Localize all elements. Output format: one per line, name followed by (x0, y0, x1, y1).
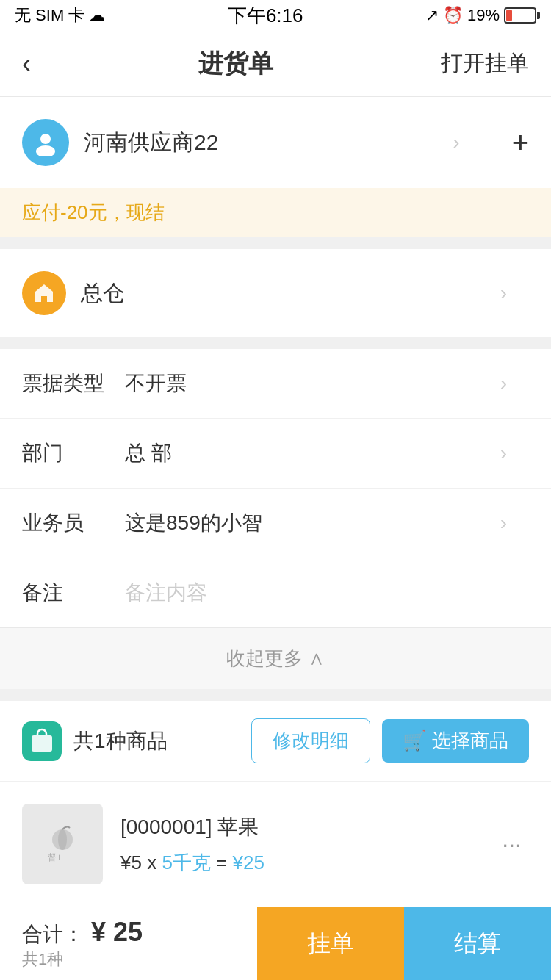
svg-text:督+: 督+ (48, 852, 62, 862)
product-price: ¥5 x 5千克 = ¥25 (120, 850, 494, 876)
department-row[interactable]: 部门 总 部 › (0, 418, 551, 488)
supplier-name: 河南供应商22 (84, 128, 453, 158)
svg-point-1 (36, 145, 55, 156)
price-per-unit: ¥5 (120, 851, 142, 873)
chevron-right-icon: › (500, 511, 507, 535)
warehouse-row[interactable]: 总仓 › (0, 249, 551, 337)
divider (497, 124, 497, 161)
open-hang-button[interactable]: 打开挂单 (441, 48, 529, 79)
total-main: 合计： ¥ 25 (22, 917, 235, 948)
bottom-bar: 合计： ¥ 25 共1种 挂单 结算 (0, 907, 551, 980)
warehouse-icon (22, 271, 66, 315)
hang-button[interactable]: 挂单 (257, 907, 404, 981)
chevron-right-icon: › (500, 442, 507, 465)
svg-rect-3 (32, 735, 52, 752)
more-options-button[interactable]: ··· (494, 831, 529, 858)
warehouse-section: 总仓 › (0, 249, 551, 337)
add-button[interactable]: + (512, 126, 529, 159)
warehouse-name: 总仓 (81, 278, 500, 309)
remark-row[interactable]: 备注 备注内容 (0, 558, 551, 627)
remark-label: 备注 (22, 579, 110, 607)
supplier-row[interactable]: 河南供应商22 › + (0, 97, 551, 188)
chevron-right-icon: › (500, 372, 507, 395)
product-item: 督+ [0000001] 苹果 ¥5 x 5千克 = ¥25 ··· (0, 782, 551, 907)
salesperson-value: 这是859的小智 (110, 509, 500, 537)
svg-point-5 (58, 829, 67, 850)
battery-fill (506, 10, 512, 21)
battery-percent: 19% (467, 6, 500, 25)
department-value: 总 部 (110, 439, 500, 467)
chevron-right-icon: › (500, 281, 507, 305)
supplier-avatar (22, 119, 69, 166)
location-icon: ↗ (425, 6, 439, 25)
svg-point-0 (40, 134, 51, 144)
product-section: 共1种商品 修改明细 🛒 选择商品 督+ [0000001] 苹果 ¥5 (0, 701, 551, 907)
nav-bar: ‹ 进货单 打开挂单 (0, 31, 551, 97)
product-thumbnail: 督+ (22, 804, 103, 884)
product-name: [0000001] 苹果 (120, 813, 494, 841)
product-count-icon (22, 721, 62, 761)
sim-status: 无 SIM 卡 ☁ (15, 4, 105, 26)
notice-bar: 应付-20元，现结 (0, 188, 551, 237)
ticket-type-value: 不开票 (110, 370, 500, 397)
department-label: 部门 (22, 439, 110, 467)
svg-rect-2 (41, 296, 47, 302)
collapse-bar[interactable]: 收起更多 ∧ (0, 627, 551, 689)
edit-detail-button[interactable]: 修改明细 (251, 718, 370, 763)
total-label: 合计： (22, 920, 84, 948)
chevron-right-icon: › (453, 131, 459, 154)
cart-icon: 🛒 (403, 729, 426, 752)
checkout-button[interactable]: 结算 (404, 907, 551, 981)
salesperson-label: 业务员 (22, 509, 110, 537)
ticket-type-label: 票据类型 (22, 370, 110, 397)
total-area: 合计： ¥ 25 共1种 (0, 917, 257, 970)
main-content: 河南供应商22 › + 应付-20元，现结 总仓 › 票据类型 不开票 › (0, 97, 551, 980)
equals: = (216, 851, 232, 873)
status-left: 无 SIM 卡 ☁ (15, 4, 105, 26)
product-total: ¥25 (233, 851, 264, 873)
product-count-text: 共1种商品 (73, 727, 251, 755)
page-title: 进货单 (198, 47, 273, 81)
product-header: 共1种商品 修改明细 🛒 选择商品 (0, 701, 551, 782)
status-time: 下午6:16 (228, 3, 303, 29)
select-product-button[interactable]: 🛒 选择商品 (382, 719, 529, 763)
status-bar: 无 SIM 卡 ☁ 下午6:16 ↗ ⏰ 19% (0, 0, 551, 31)
select-product-label: 选择商品 (432, 728, 508, 754)
alarm-icon: ⏰ (443, 6, 463, 25)
back-button[interactable]: ‹ (22, 48, 31, 79)
status-right: ↗ ⏰ 19% (425, 6, 536, 25)
price-x: x (147, 851, 162, 873)
total-sub: 共1种 (22, 948, 235, 970)
supplier-section: 河南供应商22 › + 应付-20元，现结 (0, 97, 551, 237)
salesperson-row[interactable]: 业务员 这是859的小智 › (0, 488, 551, 558)
form-section: 票据类型 不开票 › 部门 总 部 › 业务员 这是859的小智 › 备注 备注… (0, 349, 551, 689)
quantity: 5千克 (162, 851, 210, 873)
product-info: [0000001] 苹果 ¥5 x 5千克 = ¥25 (120, 813, 494, 876)
remark-input[interactable]: 备注内容 (110, 579, 529, 607)
total-amount: ¥ 25 (91, 917, 143, 948)
battery-icon (504, 7, 536, 24)
ticket-type-row[interactable]: 票据类型 不开票 › (0, 349, 551, 418)
